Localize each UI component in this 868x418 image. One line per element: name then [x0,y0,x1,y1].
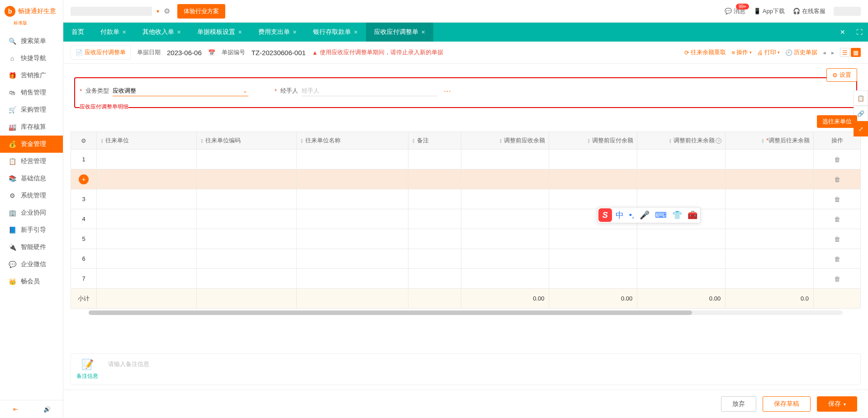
horizontal-scrollbar[interactable] [89,310,843,315]
biz-type-field[interactable]: * 业务类型 ⌄ [80,85,247,96]
footer: 放弃 保存草稿 保存▾ [63,390,868,418]
sidebar-sound-btn[interactable]: 🔊 [32,400,63,418]
table-row[interactable]: 7 🗑 [71,269,861,289]
column-bal-prev[interactable]: ▲▼调整前往来余额? [637,132,726,150]
close-icon[interactable]: ✕ [293,29,297,35]
sidebar-item-guide[interactable]: 📘新手引导 [0,221,63,239]
more-icon[interactable]: ⋯ [444,87,451,95]
chevron-down-icon[interactable]: ⌄ [243,88,247,94]
experience-button[interactable]: 体验行业方案 [177,4,225,19]
tab-template[interactable]: 单据模板设置✕ [189,23,250,42]
column-unit-code[interactable]: ▲▼往来单位编码 [197,132,297,150]
sidebar-item-sales[interactable]: 🛍销售管理 [0,84,63,101]
view-list-btn[interactable]: ☰ [840,48,850,57]
help-icon[interactable]: ? [716,138,721,144]
scrollbar-thumb[interactable] [89,310,692,315]
sidebar-item-inventory[interactable]: 🏭库存核算 [0,118,63,136]
tab-payment[interactable]: 付款单✕ [92,23,134,42]
sidebar-item-system[interactable]: ⚙系统管理 [0,187,63,204]
sidebar-item-purchase[interactable]: 🛒采购管理 [0,101,63,118]
delete-icon[interactable]: 🗑 [834,156,840,163]
add-row-button[interactable]: + [79,174,89,184]
rail-note-btn[interactable]: 📋 [854,90,868,106]
close-icon[interactable]: ✕ [177,29,181,35]
tab-adjustment[interactable]: 应收应付调整单✕ [366,23,433,42]
close-icon[interactable]: ✕ [421,29,425,35]
delete-icon[interactable]: 🗑 [834,235,840,243]
column-bal-pay[interactable]: ▲▼调整前应付余额 [549,132,637,150]
sidebar-item-operation[interactable]: 📋经营管理 [0,153,63,170]
user-avatar[interactable] [834,7,861,16]
operate-button[interactable]: ≡操作▾ [731,48,752,56]
column-remark[interactable]: ▲▼备注 [408,132,461,150]
tab-fullscreen[interactable]: ⛶ [851,28,868,36]
message-button[interactable]: 💬 消息 99+ [725,7,745,15]
ime-toolbar[interactable]: S 中 •, 🎤 ⌨ 👕 🧰 [597,207,701,223]
table-row[interactable]: + 🗑 [71,169,861,189]
sidebar-item-quicknav[interactable]: ⌂快捷导航 [0,50,63,67]
ime-skin-icon[interactable]: 👕 [670,209,684,221]
sidebar-item-member[interactable]: 👑畅会员 [0,273,63,290]
table-row[interactable]: 1 🗑 [71,150,861,169]
delete-icon[interactable]: 🗑 [834,176,840,183]
tab-close-all[interactable]: ✕ [835,28,851,36]
delete-icon[interactable]: 🗑 [834,196,840,203]
sidebar-collapse-btn[interactable]: ⇤ [0,400,32,418]
column-unit-name[interactable]: ▲▼往来单位名称 [296,132,408,150]
cart-icon: 🛒 [8,106,16,114]
save-button[interactable]: 保存▾ [817,396,857,412]
tab-other-income[interactable]: 其他收入单✕ [134,23,189,42]
prev-icon[interactable]: ◂ [823,49,826,56]
ime-keyboard-icon[interactable]: ⌨ [653,209,669,221]
table-row[interactable]: 5 🗑 [71,229,861,249]
table-row[interactable]: 4 🗑 [71,209,861,229]
handler-input[interactable] [302,85,437,96]
recycle-button[interactable]: ⟳往来余额重取 [684,48,726,56]
delete-icon[interactable]: 🗑 [834,255,840,263]
table-row[interactable]: 3 🗑 [71,189,861,209]
delete-icon[interactable]: 🗑 [834,216,840,223]
calendar-icon[interactable]: 📅 [208,49,215,56]
sidebar-item-search[interactable]: 🔍搜索菜单 [0,33,63,50]
abandon-button[interactable]: 放弃 [721,396,756,412]
ime-lang[interactable]: 中 [614,209,626,221]
date-value[interactable]: 2023-06-06 [167,49,202,56]
close-icon[interactable]: ✕ [238,29,242,35]
doc-type-tab[interactable]: 📄 应收应付调整单 [71,45,131,60]
app-download-button[interactable]: 📱App下载 [754,7,785,15]
sidebar-item-finance[interactable]: 💰资金管理 [0,136,63,153]
sidebar-item-enterprise[interactable]: 🏢企业协同 [0,204,63,221]
tab-expense[interactable]: 费用支出单✕ [250,23,305,42]
sidebar-item-marketing[interactable]: 🎁营销推广 [0,67,63,84]
remark-input[interactable] [104,356,860,383]
service-button[interactable]: 🎧在线客服 [793,7,825,15]
biz-type-input[interactable] [113,85,248,96]
ime-toolbox-icon[interactable]: 🧰 [686,209,699,221]
tab-home[interactable]: 首页 [63,23,92,42]
column-unit[interactable]: ▲▼往来单位 [97,132,197,150]
print-button[interactable]: 🖨打印▾ [757,48,780,56]
column-gear[interactable]: ⚙ [71,132,97,150]
save-draft-button[interactable]: 保存草稿 [763,396,811,412]
handler-field[interactable]: * 经手人 ⋯ [275,85,451,96]
sidebar-item-wechat[interactable]: 💬企业微信 [0,256,63,273]
company-selector[interactable]: ▾ [71,7,159,16]
sidebar-item-hardware[interactable]: 🔌智能硬件 [0,239,63,256]
delete-icon[interactable]: 🗑 [834,275,840,282]
tab-bank[interactable]: 银行存取款单✕ [305,23,366,42]
next-icon[interactable]: ▸ [831,49,835,56]
table-row[interactable]: 6 🗑 [71,249,861,269]
column-bal-after[interactable]: ▲▼*调整后往来余额 [726,132,814,150]
logo[interactable]: b 畅捷通好生意 [0,0,63,23]
select-unit-button[interactable]: 选往来单位 [817,115,857,128]
sidebar-item-baseinfo[interactable]: 📚基础信息 [0,170,63,187]
column-bal-recv[interactable]: ▲▼调整前应收余额 [461,132,549,150]
settings-gear-icon[interactable]: ⚙ [164,7,170,15]
view-card-btn[interactable]: ▦ [851,48,861,57]
close-icon[interactable]: ✕ [354,29,358,35]
history-button[interactable]: 🕘历史单据 [785,48,817,56]
settings-button[interactable]: ⚙设置 [826,68,857,82]
ime-mic-icon[interactable]: 🎤 [638,209,651,221]
ime-punct-icon[interactable]: •, [627,210,636,221]
close-icon[interactable]: ✕ [122,29,126,35]
